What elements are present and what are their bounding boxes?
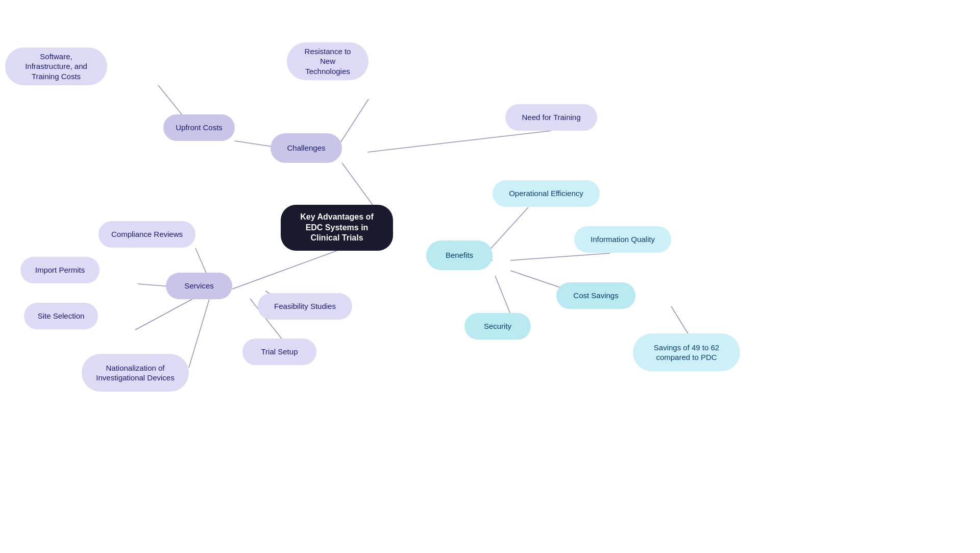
upfront-costs-node[interactable]: Upfront Costs (163, 114, 235, 141)
import-permits-node[interactable]: Import Permits (20, 257, 100, 283)
svg-line-14 (510, 253, 610, 260)
site-selection-node[interactable]: Site Selection (24, 303, 98, 329)
svg-line-5 (368, 131, 551, 152)
services-node[interactable]: Services (166, 273, 232, 299)
need-training-node[interactable]: Need for Training (505, 104, 597, 131)
feasibility-node[interactable]: Feasibility Studies (258, 293, 352, 320)
connections-svg (0, 0, 980, 553)
svg-line-3 (337, 99, 369, 148)
resistance-node[interactable]: Resistance to New Technologies (287, 42, 369, 80)
info-quality-node[interactable]: Information Quality (574, 226, 671, 253)
software-costs-node[interactable]: Software, Infrastructure, and Training C… (5, 47, 107, 85)
center-node[interactable]: Key Advantages of EDC Systems in Clinica… (281, 205, 393, 251)
svg-line-10 (189, 299, 209, 368)
security-node[interactable]: Security (464, 313, 531, 340)
nationalization-node[interactable]: Nationalization of Investigational Devic… (82, 354, 189, 392)
cost-savings-node[interactable]: Cost Savings (556, 282, 635, 309)
svg-line-9 (135, 294, 202, 330)
operational-node[interactable]: Operational Efficiency (493, 180, 600, 207)
savings-pdc-node[interactable]: Savings of 49 to 62 compared to PDC (633, 333, 740, 371)
compliance-node[interactable]: Compliance Reviews (99, 221, 195, 248)
trial-setup-node[interactable]: Trial Setup (242, 339, 316, 365)
challenges-node[interactable]: Challenges (271, 133, 342, 163)
benefits-node[interactable]: Benefits (426, 241, 493, 270)
svg-line-1 (232, 251, 337, 289)
mindmap-container: Key Advantages of EDC Systems in Clinica… (0, 0, 980, 553)
